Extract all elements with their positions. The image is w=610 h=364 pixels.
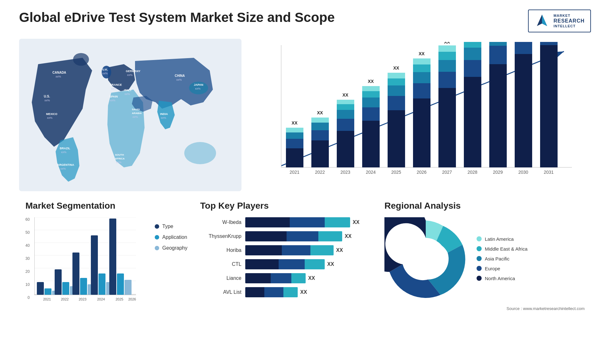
player-row-avl: AVL List XX (200, 287, 372, 297)
svg-rect-62 (362, 121, 380, 167)
world-map: CANADA xx% U.S. xx% MEXICO xx% BRAZIL xx… (19, 39, 241, 191)
svg-text:AFRICA: AFRICA (115, 157, 125, 160)
player-name: ThyssenKrupp (200, 233, 241, 239)
svg-text:XX: XX (317, 110, 323, 115)
svg-rect-77 (413, 83, 430, 98)
svg-rect-138 (117, 273, 124, 295)
legend-application: Application (155, 234, 187, 240)
svg-text:2022: 2022 (315, 170, 325, 175)
svg-point-3 (73, 53, 89, 66)
svg-text:MEXICO: MEXICO (46, 112, 58, 116)
svg-rect-78 (413, 72, 430, 83)
svg-text:SAUDI: SAUDI (132, 108, 140, 111)
logo-icon (534, 13, 550, 29)
svg-point-6 (184, 142, 216, 164)
svg-rect-121 (37, 282, 44, 295)
svg-rect-57 (337, 110, 354, 119)
map-svg: CANADA xx% U.S. xx% MEXICO xx% BRAZIL xx… (19, 39, 241, 191)
svg-rect-58 (337, 104, 354, 110)
svg-text:SOUTH: SOUTH (115, 153, 124, 156)
svg-text:CHINA: CHINA (175, 74, 185, 78)
svg-text:GERMANY: GERMANY (126, 70, 140, 73)
north-america-dot (477, 276, 482, 281)
svg-rect-86 (438, 52, 456, 60)
svg-text:xx%: xx% (111, 87, 117, 90)
svg-text:xx%: xx% (116, 161, 121, 164)
svg-rect-100 (489, 42, 507, 46)
svg-rect-87 (438, 45, 456, 52)
svg-text:xx%: xx% (44, 99, 50, 102)
svg-rect-64 (362, 98, 380, 107)
logo: MARKET RESEARCH INTELLECT (528, 10, 591, 32)
svg-rect-134 (98, 273, 105, 295)
svg-rect-63 (362, 107, 380, 121)
svg-text:2023: 2023 (79, 297, 86, 301)
svg-text:2026: 2026 (128, 297, 136, 301)
player-row-thyssen: ThyssenKrupp XX (200, 231, 372, 241)
svg-text:JAPAN: JAPAN (194, 83, 203, 86)
svg-rect-72 (388, 78, 405, 85)
svg-rect-108 (540, 42, 558, 45)
svg-text:xx%: xx% (61, 151, 66, 154)
svg-text:XX: XX (393, 65, 399, 71)
svg-text:ARABIA: ARABIA (132, 112, 142, 115)
svg-rect-84 (438, 72, 456, 88)
svg-text:FRANCE: FRANCE (110, 83, 122, 86)
svg-point-143 (405, 238, 446, 279)
player-bar-wrapper: XX (245, 273, 372, 283)
top-section: CANADA xx% U.S. xx% MEXICO xx% BRAZIL xx… (19, 39, 591, 191)
page-title: Global eDrive Test System Market Size an… (19, 10, 335, 25)
svg-rect-98 (489, 64, 507, 167)
svg-text:xx%: xx% (176, 78, 182, 81)
svg-text:2023: 2023 (340, 170, 350, 175)
svg-rect-83 (438, 88, 456, 167)
svg-text:BRAZIL: BRAZIL (60, 147, 70, 150)
legend-type: Type (155, 224, 187, 229)
svg-rect-70 (388, 96, 405, 110)
bottom-section: Market Segmentation 60 50 40 30 20 10 0 (19, 201, 591, 328)
svg-rect-73 (388, 73, 405, 78)
legend-europe: Europe (477, 266, 527, 271)
svg-rect-66 (362, 86, 380, 91)
svg-rect-130 (80, 278, 87, 295)
svg-text:XX: XX (444, 42, 450, 44)
segmentation-section: Market Segmentation 60 50 40 30 20 10 0 (19, 201, 194, 328)
type-dot (155, 224, 159, 229)
player-bar-wrapper: XX (245, 259, 372, 269)
players-section: Top Key Players W-Ibeda XX ThyssenKrupp (194, 201, 378, 328)
segmentation-title: Market Segmentation (25, 201, 187, 211)
svg-text:XX: XX (368, 79, 374, 84)
svg-text:SPAIN: SPAIN (109, 95, 118, 98)
legend-asia-pacific: Asia Pacific (477, 256, 527, 261)
svg-text:2025: 2025 (116, 297, 123, 301)
legend-middle-east-africa: Middle East & Africa (477, 246, 527, 252)
svg-rect-126 (62, 282, 69, 295)
page-container: Global eDrive Test System Market Size an… (0, 0, 610, 364)
svg-rect-55 (337, 131, 354, 167)
svg-text:INDIA: INDIA (160, 112, 168, 116)
svg-rect-44 (286, 139, 303, 148)
regional-section: Regional Analysis (378, 201, 591, 328)
geo-dot (155, 246, 159, 250)
svg-text:XX: XX (419, 51, 425, 56)
svg-rect-65 (362, 91, 380, 98)
player-name: Liance (200, 275, 241, 281)
svg-rect-43 (286, 148, 303, 167)
svg-rect-137 (109, 219, 116, 295)
svg-text:xx%: xx% (195, 87, 200, 90)
app-dot (155, 235, 159, 239)
svg-text:xx%: xx% (47, 116, 52, 119)
svg-rect-129 (72, 253, 79, 295)
player-name: W-Ibeda (200, 219, 241, 225)
player-bar-wrapper: XX (245, 287, 372, 297)
regional-legend: Latin America Middle East & Africa Asia … (477, 236, 527, 281)
svg-rect-59 (337, 100, 354, 104)
player-bar-value: XX (336, 247, 343, 253)
bar-chart-svg: XX 2021 XX 2022 XX 2023 (261, 42, 585, 175)
svg-rect-99 (489, 46, 507, 64)
svg-rect-125 (55, 269, 62, 295)
svg-text:2030: 2030 (518, 170, 528, 175)
svg-rect-71 (388, 85, 405, 96)
player-name: Horiba (200, 247, 241, 253)
svg-text:xx%: xx% (132, 115, 138, 118)
